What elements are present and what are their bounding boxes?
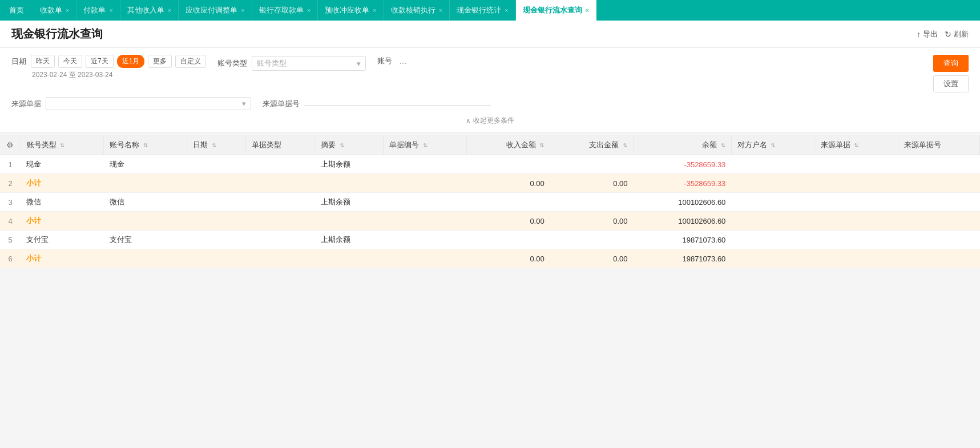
col-label: 摘要: [321, 140, 336, 149]
nav-tab-qitashouru[interactable]: 其他收入单 ×: [120, 0, 179, 21]
date-btn-yesterday[interactable]: 昨天: [31, 55, 55, 68]
col-label: 日期: [193, 140, 208, 149]
cell-income: 0.00: [467, 249, 550, 268]
col-income[interactable]: 收入金额 ⇅: [467, 135, 550, 155]
nav-tab-label: 现金银行统计: [457, 5, 501, 15]
cell-doc-no: [384, 249, 467, 268]
cell-doc-type: [245, 155, 315, 174]
settings-button[interactable]: 设置: [933, 75, 969, 92]
refresh-button[interactable]: ↻ 刷新: [945, 29, 969, 39]
close-icon[interactable]: ×: [109, 7, 112, 14]
date-btn-today[interactable]: 今天: [58, 55, 82, 68]
top-navigation: 首页 收款单 × 付款单 × 其他收入单 × 应收应付调整单 × 银行存取款单 …: [0, 0, 980, 21]
sort-icon: ⇅: [212, 142, 216, 148]
col-balance[interactable]: 余额 ⇅: [634, 135, 732, 155]
cell-account-name: 支付宝: [104, 231, 187, 249]
col-expense[interactable]: 支出金额 ⇅: [550, 135, 634, 155]
cell-date: [187, 231, 246, 249]
date-btn-more[interactable]: 更多: [148, 55, 172, 68]
row-number: 4: [0, 212, 21, 231]
cell-balance: -3528659.33: [634, 155, 732, 174]
cell-balance: -3528659.33: [634, 174, 732, 193]
nav-tab-xianjintj[interactable]: 现金银行统计 ×: [450, 0, 515, 21]
col-label: 收入金额: [506, 140, 536, 149]
cell-source-doc: [814, 174, 898, 193]
nav-tab-shoukuanhx[interactable]: 收款核销执行 ×: [384, 0, 450, 21]
col-account-type[interactable]: 账号类型 ⇅: [21, 135, 104, 155]
close-icon[interactable]: ×: [241, 7, 244, 14]
source-doc-num-input[interactable]: [304, 102, 491, 106]
date-btn-custom[interactable]: 自定义: [175, 55, 206, 68]
cell-doc-no: [384, 155, 467, 174]
nav-tab-shoudan[interactable]: 收款单 ×: [33, 0, 76, 21]
cell-counterpart: [731, 174, 814, 193]
close-icon[interactable]: ×: [373, 7, 376, 14]
cell-account-name: [104, 249, 187, 268]
table-row: 1现金现金上期余额-3528659.33: [0, 155, 980, 174]
col-source-doc-no[interactable]: 来源单据号: [898, 135, 979, 155]
settings-col-header[interactable]: ⚙: [0, 135, 21, 155]
table-row: 6小计0.000.0019871073.60: [0, 249, 980, 268]
date-btn-1month[interactable]: 近1月: [117, 55, 145, 68]
close-icon[interactable]: ×: [307, 7, 310, 14]
cell-counterpart: [731, 212, 814, 231]
table-row: 3微信微信上期余额100102606.60: [0, 193, 980, 212]
cell-account-type: 小计: [21, 249, 104, 268]
cell-account-type: 现金: [21, 155, 104, 174]
close-icon[interactable]: ×: [168, 7, 171, 14]
cell-source-doc-no: [898, 231, 979, 249]
cell-income: 0.00: [467, 174, 550, 193]
account-type-value: 账号类型: [257, 58, 287, 68]
nav-tab-yingshouzjl[interactable]: 应收应付调整单 ×: [179, 0, 252, 21]
col-doc-type[interactable]: 单据类型: [245, 135, 315, 155]
col-source-doc[interactable]: 来源单据 ⇅: [814, 135, 898, 155]
export-button[interactable]: ↑ 导出: [917, 29, 938, 39]
col-label: 账号类型: [27, 140, 57, 149]
cell-expense: 0.00: [550, 249, 634, 268]
table-row: 2小计0.000.00-3528659.33: [0, 174, 980, 193]
nav-tab-yinhangcq[interactable]: 银行存取款单 ×: [252, 0, 318, 21]
row-number: 5: [0, 231, 21, 249]
close-icon[interactable]: ×: [439, 7, 442, 14]
chevron-down-icon2: ▾: [242, 99, 246, 108]
cell-income: [467, 193, 550, 212]
nav-tab-yushoudan[interactable]: 预收冲应收单 ×: [318, 0, 384, 21]
col-date[interactable]: 日期 ⇅: [187, 135, 246, 155]
col-doc-no[interactable]: 单据编号 ⇅: [384, 135, 467, 155]
gear-icon[interactable]: ⚙: [6, 140, 14, 150]
nav-tab-label: 银行存取款单: [259, 5, 304, 15]
nav-tab-fukudan[interactable]: 付款单 ×: [76, 0, 120, 21]
col-counterpart[interactable]: 对方户名 ⇅: [731, 135, 814, 155]
cell-balance: 19871073.60: [634, 231, 732, 249]
collapse-bar[interactable]: ∧ 收起更多条件: [11, 114, 969, 126]
close-icon[interactable]: ×: [586, 7, 589, 14]
row-number: 2: [0, 174, 21, 193]
col-account-name[interactable]: 账号名称 ⇅: [104, 135, 187, 155]
close-icon[interactable]: ×: [505, 7, 508, 14]
col-summary[interactable]: 摘要 ⇅: [315, 135, 384, 155]
nav-tab-xianjinlsq[interactable]: 现金银行流水查询 ×: [516, 0, 596, 21]
source-doc-select[interactable]: ▾: [46, 97, 251, 110]
cell-summary: 上期余额: [315, 155, 384, 174]
query-button[interactable]: 查询: [933, 55, 969, 72]
collapse-label: 收起更多条件: [473, 116, 514, 126]
cell-source-doc: [814, 155, 898, 174]
cell-account-type: 小计: [21, 174, 104, 193]
cell-summary: [315, 249, 384, 268]
nav-home[interactable]: 首页: [0, 0, 33, 21]
cell-balance: 100102606.60: [634, 193, 732, 212]
cell-income: [467, 231, 550, 249]
close-icon[interactable]: ×: [66, 7, 69, 14]
cell-expense: [550, 193, 634, 212]
cell-source-doc: [814, 231, 898, 249]
collapse-icon: ∧: [466, 117, 471, 125]
date-btn-7days[interactable]: 近7天: [86, 55, 114, 68]
cell-counterpart: [731, 155, 814, 174]
account-more-btn[interactable]: ...: [397, 56, 409, 66]
account-type-select[interactable]: 账号类型 ▾: [252, 56, 366, 71]
cell-doc-type: [245, 212, 315, 231]
cell-expense: 0.00: [550, 174, 634, 193]
cell-income: 0.00: [467, 212, 550, 231]
cell-expense: [550, 155, 634, 174]
cell-counterpart: [731, 249, 814, 268]
